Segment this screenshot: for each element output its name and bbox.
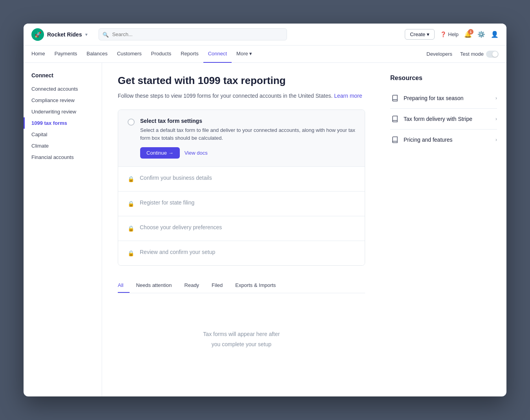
step-title-select-settings: Select tax form settings <box>140 118 355 124</box>
sidebar-item-capital[interactable]: Capital <box>24 129 102 140</box>
page-title: Get started with 1099 tax reporting <box>118 75 365 87</box>
tab-ready[interactable]: Ready <box>178 278 206 293</box>
create-button[interactable]: Create ▾ <box>405 29 435 40</box>
main-layout: Connect Connected accounts Compliance re… <box>24 63 506 396</box>
lock-icon-2: 🔒 <box>128 200 134 207</box>
sidebar-item-financial-accounts[interactable]: Financial accounts <box>24 152 102 163</box>
nav-item-customers[interactable]: Customers <box>112 46 146 63</box>
logo-chevron-icon: ▾ <box>85 32 88 37</box>
logo-name: Rocket Rides <box>47 31 82 38</box>
notifications-button[interactable]: 🔔 1 <box>464 31 472 38</box>
step-radio-icon <box>128 119 135 126</box>
view-docs-link[interactable]: View docs <box>185 150 208 156</box>
step-content-review-setup: Review and confirm your setup <box>140 249 355 257</box>
topbar-right: Create ▾ ❓ Help 🔔 1 ⚙️ 👤 <box>405 29 499 40</box>
step-content-select-settings: Select tax form settings Select a defaul… <box>140 118 355 159</box>
step-desc-select-settings: Select a default tax form to file and de… <box>140 126 355 142</box>
sidebar-item-climate[interactable]: Climate <box>24 140 102 152</box>
step-title-review-setup: Review and confirm your setup <box>140 249 355 255</box>
resource-book-icon-1 <box>390 93 400 103</box>
tab-filed[interactable]: Filed <box>205 278 229 293</box>
resource-label-pricing: Pricing and features <box>404 137 495 143</box>
lock-icon-1: 🔒 <box>128 175 134 183</box>
resource-label-tax-season: Preparing for tax season <box>404 95 495 101</box>
sidebar-item-underwriting-review[interactable]: Underwriting review <box>24 106 102 117</box>
continue-button[interactable]: Continue → <box>140 147 180 159</box>
lock-icon-4: 🔒 <box>128 250 134 257</box>
sidebar-item-connected-accounts[interactable]: Connected accounts <box>24 83 102 95</box>
resource-chevron-icon-1: › <box>495 95 497 101</box>
nav-right: Developers Test mode <box>426 51 499 58</box>
search-bar: 🔍 <box>99 28 287 40</box>
lock-icon-3: 🔒 <box>128 225 134 232</box>
resource-item-pricing[interactable]: Pricing and features › <box>390 130 497 150</box>
notification-badge: 1 <box>468 29 473 35</box>
nav-item-reports[interactable]: Reports <box>176 46 203 63</box>
setup-card: Select tax form settings Select a defaul… <box>118 110 365 266</box>
step-title-register-state: Register for state filing <box>140 199 355 206</box>
main-nav: Home Payments Balances Customers Product… <box>24 46 506 63</box>
topbar: 🚀 Rocket Rides ▾ 🔍 Create ▾ ❓ Help 🔔 1 ⚙… <box>24 24 506 46</box>
empty-state-line1: Tax forms will appear here after <box>126 329 357 339</box>
developers-link[interactable]: Developers <box>426 51 452 57</box>
nav-item-connect[interactable]: Connect <box>203 46 232 63</box>
tab-needs-attention[interactable]: Needs attention <box>130 278 178 293</box>
step-content-delivery-prefs: Choose your delivery preferences <box>140 224 355 233</box>
sidebar: Connect Connected accounts Compliance re… <box>24 63 102 396</box>
resource-item-form-delivery[interactable]: Tax form delivery with Stripe › <box>390 109 497 130</box>
step-confirm-business: 🔒 Confirm your business details <box>118 167 365 192</box>
tab-exports-imports[interactable]: Exports & Imports <box>229 278 282 293</box>
resource-chevron-icon-3: › <box>495 137 497 142</box>
resources-panel: Resources Preparing for tax season › Tax… <box>381 63 506 396</box>
empty-state: Tax forms will appear here after you com… <box>118 306 365 373</box>
step-content-confirm-business: Confirm your business details <box>140 175 355 183</box>
content-area: Get started with 1099 tax reporting Foll… <box>102 63 381 396</box>
settings-button[interactable]: ⚙️ <box>477 31 485 38</box>
help-button[interactable]: ❓ Help <box>440 31 459 37</box>
test-mode-switch[interactable] <box>486 51 499 58</box>
empty-state-line2: you complete your setup <box>126 340 357 349</box>
profile-button[interactable]: 👤 <box>491 31 499 38</box>
tabs-bar: All Needs attention Ready Filed Exports … <box>118 278 365 293</box>
sidebar-item-1099-tax-forms[interactable]: 1099 tax forms <box>24 117 102 129</box>
search-input[interactable] <box>99 28 287 40</box>
sidebar-title: Connect <box>24 72 102 83</box>
resource-book-icon-3 <box>390 135 400 144</box>
tab-all[interactable]: All <box>118 278 130 293</box>
nav-item-products[interactable]: Products <box>146 46 176 63</box>
step-actions-select-settings: Continue → View docs <box>140 147 355 159</box>
step-review-setup: 🔒 Review and confirm your setup <box>118 241 365 265</box>
nav-item-balances[interactable]: Balances <box>82 46 112 63</box>
step-register-state: 🔒 Register for state filing <box>118 192 365 216</box>
test-mode-toggle[interactable]: Test mode <box>460 51 499 58</box>
resource-chevron-icon-2: › <box>495 116 497 122</box>
step-title-delivery-prefs: Choose your delivery preferences <box>140 224 355 230</box>
nav-item-home[interactable]: Home <box>31 46 50 63</box>
help-icon: ❓ <box>440 31 446 37</box>
search-icon: 🔍 <box>102 31 109 37</box>
resource-label-form-delivery: Tax form delivery with Stripe <box>404 116 495 122</box>
sidebar-item-compliance-review[interactable]: Compliance review <box>24 95 102 106</box>
step-title-confirm-business: Confirm your business details <box>140 175 355 181</box>
page-description: Follow these steps to view 1099 forms fo… <box>118 91 365 100</box>
logo-area[interactable]: 🚀 Rocket Rides ▾ <box>31 28 88 41</box>
learn-more-link[interactable]: Learn more <box>334 93 362 99</box>
logo-icon: 🚀 <box>31 28 44 41</box>
step-delivery-prefs: 🔒 Choose your delivery preferences <box>118 216 365 241</box>
nav-item-more[interactable]: More ▾ <box>232 46 257 63</box>
nav-item-payments[interactable]: Payments <box>50 46 82 63</box>
step-content-register-state: Register for state filing <box>140 199 355 208</box>
resources-title: Resources <box>390 75 497 82</box>
resource-item-tax-season[interactable]: Preparing for tax season › <box>390 88 497 109</box>
step-select-settings: Select tax form settings Select a defaul… <box>118 110 365 167</box>
resource-book-icon-2 <box>390 114 400 124</box>
